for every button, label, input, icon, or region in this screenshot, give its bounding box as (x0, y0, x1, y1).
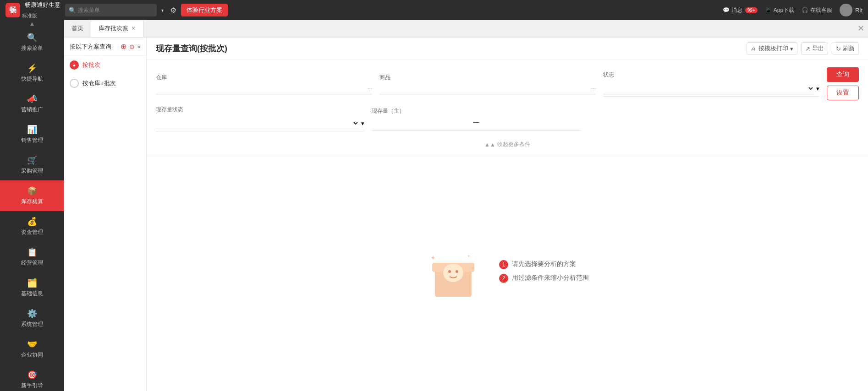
warehouse-input-wrapper: ··· (156, 83, 372, 94)
warehouse-input[interactable] (156, 85, 366, 92)
sidebar-item-quick-nav[interactable]: ⚡ 快捷导航 (0, 58, 64, 88)
panel-close-icon[interactable]: ✕ (857, 23, 864, 33)
nav-search-box[interactable]: 🔍 (65, 4, 157, 16)
step2-text: 用过滤条件来缩小分析范围 (512, 274, 589, 282)
refresh-label: 刷新 (843, 44, 855, 53)
search-dropdown-arrow[interactable]: ▾ (161, 8, 164, 13)
filter-panel: 按以下方案查询 ⊕ ⊙ « ● 按批次 按仓库+批次 (64, 38, 147, 391)
sidebar-item-guide[interactable]: 🎯 新手引导 (0, 364, 64, 391)
page-content: 按以下方案查询 ⊕ ⊙ « ● 按批次 按仓库+批次 (64, 38, 868, 391)
app-download-action[interactable]: 📱 App下载 (765, 6, 794, 14)
empty-state: ✦ ✦ ✦ 1 请先选择要分析的方案 2 用过滤条件来缩小分析范围 (147, 156, 868, 391)
tab-home[interactable]: 首页 (64, 20, 91, 37)
lightning-icon: ⚡ (27, 63, 37, 73)
export-button[interactable]: ↗ 导出 (801, 42, 828, 55)
print-dropdown-icon[interactable]: ▾ (790, 45, 793, 52)
sidebar-item-finance[interactable]: 💰 资金管理 (0, 211, 64, 242)
status-field: 状态 ▾ (603, 71, 819, 97)
sidebar-item-operations[interactable]: 📋 经营管理 (0, 242, 64, 272)
inventory-status-select[interactable] (156, 117, 359, 129)
settings-scheme-icon[interactable]: ⊙ (129, 43, 135, 50)
collapse-filter-icon[interactable]: « (137, 43, 141, 50)
inv-qty-input-wrapper: — (372, 117, 580, 130)
warehouse-field: 仓库 ··· (156, 74, 372, 94)
messages-label: 消息 (731, 6, 742, 14)
sidebar-item-search[interactable]: 🔍 搜索菜单 (0, 27, 64, 58)
empty-text: 1 请先选择要分析的方案 2 用过滤条件来缩小分析范围 (499, 260, 589, 288)
main-area: 现存量查询(按批次) 🖨 按模板打印 ▾ ↗ 导出 ↻ (147, 38, 868, 391)
filter-item-batch[interactable]: ● 按批次 (64, 56, 146, 74)
top-header: 畅 畅康通好生意 标准版 🔍 ▾ ⚙ 体验行业方案 💬 消息 99+ 📱 App… (0, 0, 868, 20)
tab-inventory-batch[interactable]: 库存批次账 ✕ (91, 21, 143, 37)
title-actions: 🖨 按模板打印 ▾ ↗ 导出 ↻ 刷新 (747, 42, 859, 55)
search-input[interactable] (78, 7, 153, 13)
sidebar-item-purchase[interactable]: 🛒 采购管理 (0, 150, 64, 180)
export-icon: ↗ (805, 45, 810, 52)
svg-text:✦: ✦ (430, 254, 436, 261)
search-filters: 仓库 ··· 商品 ··· (147, 60, 868, 156)
inventory-qty-label: 现存量（主） (372, 107, 580, 115)
headset-icon: 🎧 (802, 7, 808, 13)
collapse-more-btn[interactable]: ▲▲ 收起更多条件 (156, 137, 859, 148)
content-area: 首页 库存批次账 ✕ ✕ 按以下方案查询 ⊕ ⊙ « (64, 20, 868, 391)
tab-close-icon[interactable]: ✕ (131, 25, 136, 32)
refresh-button[interactable]: ↻ 刷新 (832, 42, 859, 55)
filter-panel-title: 按以下方案查询 (70, 43, 111, 51)
money-icon: 💰 (27, 217, 37, 227)
target-icon: 🎯 (27, 370, 37, 380)
add-scheme-icon[interactable]: ⊕ (121, 42, 126, 51)
product-field: 商品 ··· (379, 74, 596, 94)
export-label: 导出 (812, 44, 824, 53)
warehouse-more-icon[interactable]: ··· (368, 85, 372, 92)
qty-divider: — (473, 119, 479, 128)
action-buttons: 查询 设置 (827, 67, 859, 100)
query-button[interactable]: 查询 (827, 67, 859, 82)
warehouse-label: 仓库 (156, 74, 372, 81)
inventory-qty-to-input[interactable] (481, 120, 581, 127)
sidebar-item-inventory[interactable]: 📦 库存核算 (0, 180, 64, 211)
settings-button[interactable]: 设置 (827, 86, 859, 100)
tab-inventory-batch-label: 库存批次账 (99, 24, 128, 33)
collapse-up-icon: ▲▲ (484, 141, 495, 148)
product-input-wrapper: ··· (379, 83, 596, 94)
refresh-icon: ↻ (836, 45, 841, 52)
search-icon: 🔍 (27, 33, 37, 43)
inv-status-input-wrapper: ▾ (156, 115, 364, 131)
status-select[interactable] (603, 82, 814, 94)
sidebar-item-basic[interactable]: 🗂️ 基础信息 (0, 272, 64, 303)
user-menu[interactable]: Rit (840, 4, 863, 16)
box-icon: 📦 (27, 186, 37, 196)
cart-icon: 🛒 (27, 155, 37, 165)
print-button[interactable]: 🖨 按模板打印 ▾ (747, 42, 797, 55)
empty-illustration: ✦ ✦ ✦ (426, 246, 481, 301)
product-more-icon[interactable]: ··· (591, 85, 596, 92)
inventory-qty-field: 现存量（主） — (372, 107, 580, 130)
user-name: Rit (855, 7, 863, 14)
header-settings-icon[interactable]: ⚙ (170, 6, 176, 15)
svg-point-2 (443, 264, 463, 282)
megaphone-icon: 📣 (27, 94, 37, 104)
tab-home-label: 首页 (71, 24, 83, 33)
messages-action[interactable]: 💬 消息 99+ (723, 6, 758, 14)
filter-item-warehouse-batch[interactable]: 按仓库+批次 (64, 74, 146, 92)
sidebar-item-marketing[interactable]: 📣 营销推广 (0, 88, 64, 119)
app-name: 畅康通好生意 (25, 1, 60, 9)
message-icon: 💬 (723, 7, 730, 13)
status-dropdown-icon[interactable]: ▾ (816, 85, 819, 92)
inventory-qty-from-input[interactable] (372, 120, 471, 127)
svg-point-4 (456, 270, 458, 273)
inv-status-dropdown-icon[interactable]: ▾ (361, 120, 364, 127)
sidebar-item-system[interactable]: ⚙️ 系统管理 (0, 303, 64, 334)
page-title: 现存量查询(按批次) (156, 43, 227, 54)
product-input[interactable] (379, 85, 589, 92)
app-download-label: App下载 (774, 6, 794, 14)
sidebar-item-enterprise[interactable]: 🤝 企业协同 (0, 334, 64, 364)
main-layout: ▲ 🔍 搜索菜单 ⚡ 快捷导航 📣 营销推广 📊 销售管理 🛒 采购管理 📦 库… (0, 20, 868, 391)
sidebar-scroll-up[interactable]: ▲ (0, 20, 64, 27)
product-label: 商品 (379, 74, 596, 81)
trial-button[interactable]: 体验行业方案 (181, 4, 228, 16)
online-service-action[interactable]: 🎧 在线客服 (802, 6, 832, 14)
inventory-status-field: 现存量状态 ▾ (156, 106, 364, 131)
sidebar-item-sales[interactable]: 📊 销售管理 (0, 119, 64, 150)
tab-bar: 首页 库存批次账 ✕ ✕ (64, 20, 868, 38)
